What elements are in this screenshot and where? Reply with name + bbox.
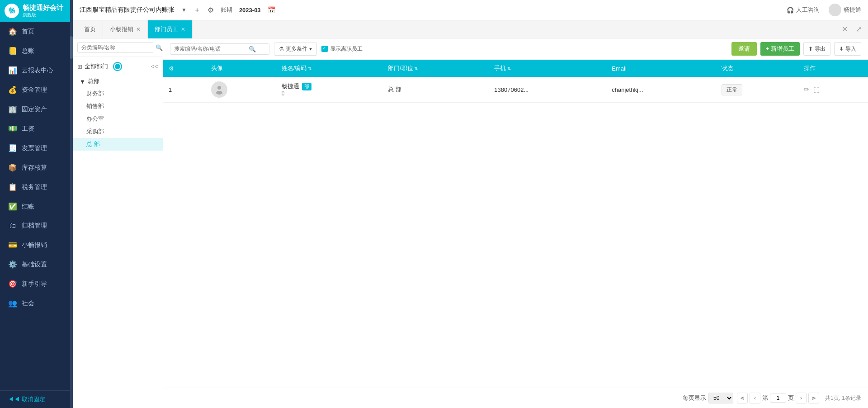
consult-button[interactable]: 🎧 人工咨询 (787, 6, 820, 14)
tab-employees-close[interactable]: ✕ (181, 26, 185, 33)
table-row: 1 畅捷通 (163, 77, 868, 103)
dept-search-input[interactable] (77, 42, 153, 53)
more-employee-button[interactable]: ⬚ (813, 85, 820, 94)
app-logo[interactable]: 畅 畅捷通好会计 旗舰版 (0, 0, 70, 22)
import-icon: ⬇ (839, 46, 844, 52)
per-page-select[interactable]: 20 50 100 (708, 393, 733, 403)
salary-icon: 💵 (8, 124, 17, 133)
sidebar-item-xiaochang[interactable]: 💳 小畅报销 (0, 235, 70, 255)
header-right: 🎧 人工咨询 畅捷通 (787, 4, 861, 16)
dept-child-finance[interactable]: 财务部 (73, 87, 163, 100)
sidebar-item-ledger[interactable]: 📒 总账 (0, 41, 70, 61)
col-phone[interactable]: 手机 (489, 60, 606, 77)
col-name[interactable]: 姓名/编码 (276, 60, 382, 77)
user-menu-button[interactable]: 畅捷通 (829, 4, 861, 16)
prev-page-button[interactable]: ‹ (750, 393, 760, 403)
cancel-pin-button[interactable]: ◀◀ 取消固定 (0, 390, 70, 408)
home-icon: 🏠 (8, 27, 17, 36)
page-suffix: 页 (788, 394, 794, 402)
dept-edit-badge[interactable] (113, 62, 122, 71)
col-settings[interactable]: ⚙ (163, 60, 206, 77)
sidebar-item-archive[interactable]: 🗂 归档管理 (0, 216, 70, 235)
tab-xiaochang[interactable]: 小畅报销 ✕ (103, 20, 148, 38)
sidebar-item-label: 新手引导 (22, 280, 47, 288)
employee-name-block: 畅捷通 部 (282, 82, 377, 90)
inventory-icon: 📦 (8, 163, 17, 172)
logo-icon: 畅 (5, 4, 19, 18)
import-button[interactable]: ⬇ 导入 (834, 42, 861, 56)
sidebar-nav: 🏠 首页 📒 总账 📊 云报表中心 💰 资金管理 🏢 固定资产 💵 工资 🧾 发… (0, 22, 70, 390)
sidebar-item-invoice[interactable]: 🧾 发票管理 (0, 138, 70, 158)
sidebar-scrollbar[interactable] (70, 0, 73, 408)
dept-root-label: 总部 (88, 77, 99, 85)
sidebar-item-settings[interactable]: ⚙️ 基础设置 (0, 255, 70, 274)
sidebar-item-close[interactable]: ✅ 结账 (0, 197, 70, 216)
dept-child-purchase[interactable]: 采购部 (73, 125, 163, 138)
user-avatar (829, 4, 841, 16)
next-page-button[interactable]: › (796, 393, 807, 403)
sidebar-item-tax[interactable]: 📋 税务管理 (0, 177, 70, 197)
dept-child-office[interactable]: 办公室 (73, 113, 163, 125)
svg-point-1 (216, 91, 222, 95)
sidebar-item-salary[interactable]: 💵 工资 (0, 119, 70, 138)
dept-group-root[interactable]: ▼ 总部 (73, 76, 163, 87)
row-avatar-cell (206, 77, 276, 103)
dept-collapse-button[interactable]: << (151, 63, 158, 70)
tab-xiaochang-close[interactable]: ✕ (136, 26, 141, 33)
row-status-cell: 正常 (716, 77, 798, 103)
tab-home[interactable]: 首页 (77, 20, 103, 38)
expand-tab-button[interactable]: ⤢ (854, 23, 863, 35)
sidebar-item-inventory[interactable]: 📦 库存核算 (0, 158, 70, 177)
sidebar-item-assets[interactable]: 🏢 固定资产 (0, 100, 70, 119)
col-actions: 操作 (798, 60, 868, 77)
row-phone-cell: 138070602... (489, 77, 606, 103)
total-info: 共1页, 1条记录 (825, 394, 861, 402)
sidebar-item-reports[interactable]: 📊 云报表中心 (0, 61, 70, 80)
col-dept[interactable]: 部门/职位 (382, 60, 489, 77)
sidebar-item-home[interactable]: 🏠 首页 (0, 22, 70, 41)
company-settings-button[interactable]: ⚙ (208, 6, 214, 14)
sidebar: 畅 畅捷通好会计 旗舰版 🏠 首页 📒 总账 📊 云报表中心 💰 资金管理 🏢 … (0, 0, 70, 408)
employee-search-input[interactable] (174, 46, 246, 52)
funds-icon: 💰 (8, 85, 17, 94)
company-name[interactable]: 江西服宝精品有限责任公司内账张 (80, 6, 175, 14)
filter-button[interactable]: ⚗ 更多条件 ▾ (274, 43, 317, 56)
xiaochang-icon: 💳 (8, 241, 17, 249)
close-tab-button[interactable]: ✕ (840, 23, 849, 35)
dept-all-label: 全部部门 (85, 62, 108, 71)
search-icon[interactable]: 🔍 (249, 46, 256, 52)
show-resigned-label: 显示离职员工 (330, 45, 363, 53)
show-resigned-toggle[interactable]: 显示离职员工 (321, 45, 363, 53)
app-name: 畅捷通好会计 (23, 4, 63, 12)
employee-avatar (211, 81, 227, 98)
dept-edit-inner (115, 64, 120, 69)
invite-button[interactable]: 邀请 (731, 42, 757, 56)
add-company-button[interactable]: ＋ (193, 5, 201, 15)
edit-employee-button[interactable]: ✏ (804, 85, 810, 94)
employee-code: 0 (282, 90, 377, 97)
employee-table: ⚙ 头像 姓名/编码 部门/职位 手机 Email 状态 操作 1 (163, 60, 868, 103)
sidebar-item-label: 基础设置 (22, 261, 47, 269)
dept-all-button[interactable]: ⊞ 全部部门 << (73, 59, 163, 74)
top-header: 江西服宝精品有限责任公司内账张 ▼ ＋ ⚙ 账期 2023-03 📅 🎧 人工咨… (73, 0, 868, 20)
dept-child-sales[interactable]: 销售部 (73, 100, 163, 113)
calendar-icon[interactable]: 📅 (268, 6, 275, 14)
sidebar-item-social[interactable]: 👥 社会 (0, 294, 70, 313)
period-value[interactable]: 2023-03 (239, 7, 261, 14)
sidebar-item-label: 小畅报销 (22, 241, 47, 249)
dept-search-icon[interactable]: 🔍 (156, 44, 163, 51)
tab-home-label: 首页 (84, 25, 96, 33)
tab-employees[interactable]: 部门员工 ✕ (148, 20, 193, 38)
show-resigned-checkbox[interactable] (321, 46, 328, 52)
first-page-button[interactable]: ⊲ (737, 393, 748, 403)
dept-grid-icon: ⊞ (77, 63, 82, 70)
row-dept-cell: 总 部 (382, 77, 489, 103)
export-button[interactable]: ⬆ 导出 (803, 42, 830, 56)
page-number-input[interactable] (770, 394, 786, 403)
last-page-button[interactable]: ⊳ (808, 393, 819, 403)
company-dropdown-icon[interactable]: ▼ (181, 7, 187, 13)
sidebar-item-guide[interactable]: 🎯 新手引导 (0, 274, 70, 294)
sidebar-item-funds[interactable]: 💰 资金管理 (0, 80, 70, 100)
dept-child-general[interactable]: 总 部 (73, 138, 163, 151)
add-employee-button[interactable]: + 新增员工 (760, 42, 800, 56)
